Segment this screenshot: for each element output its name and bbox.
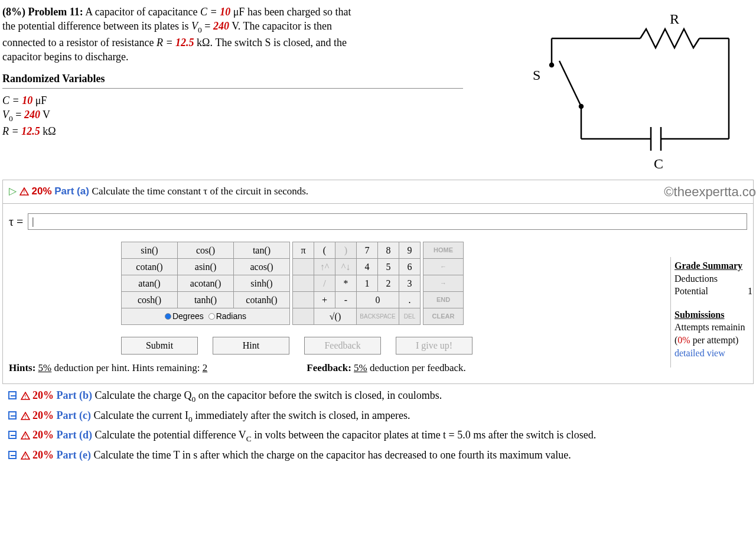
hints-info: Hints: 5% deduction per hint. Hints rema… [3, 362, 753, 383]
warning-icon: ! [21, 389, 30, 401]
key-clear[interactable]: CLEAR [423, 308, 464, 325]
warning-icon: ! [21, 449, 30, 461]
key-atan[interactable]: atan() [122, 275, 178, 292]
control-keypad: HOME ← → END CLEAR [423, 242, 464, 325]
label-C: C [654, 156, 663, 171]
svg-line-10 [559, 61, 581, 106]
answer-panel: ▷ ! 20% Part (a) Calculate the time cons… [2, 180, 754, 384]
part-a-header: ▷ ! 20% Part (a) Calculate the time cons… [3, 180, 753, 204]
key-2[interactable]: 2 [378, 275, 399, 292]
key-star[interactable]: * [335, 275, 357, 292]
key-pi[interactable]: π [293, 242, 314, 259]
label-R: R [670, 11, 679, 27]
key-3[interactable]: 3 [399, 275, 421, 292]
key-asin[interactable]: asin() [178, 259, 234, 275]
hint-button[interactable]: Hint [213, 337, 289, 355]
part-e-row[interactable]: ! 20% Part (e) Calculate the time T in s… [8, 446, 748, 464]
key-cotanh[interactable]: cotanh() [234, 292, 290, 308]
part-c-row[interactable]: ! 20% Part (c) Calculate the current I0 … [8, 407, 748, 427]
other-parts: ! 20% Part (b) Calculate the charge Q0 o… [2, 384, 754, 466]
key-backspace[interactable]: BACKSPACE [357, 308, 399, 325]
problem-statement: (8%) Problem 11: A capacitor of capacita… [2, 5, 463, 64]
collapse-icon[interactable] [8, 391, 17, 399]
key-5[interactable]: 5 [378, 259, 399, 275]
feedback-button[interactable]: Feedback [304, 337, 381, 355]
warning-icon: ! [19, 186, 29, 197]
key-home[interactable]: HOME [423, 242, 464, 259]
key-acos[interactable]: acos() [234, 259, 290, 275]
detailed-view-link[interactable]: detailed view [674, 347, 752, 360]
svg-text:!: ! [23, 189, 25, 196]
key-left[interactable]: ← [423, 259, 464, 275]
key-slash[interactable]: / [314, 275, 335, 292]
key-lparen[interactable]: ( [314, 242, 335, 259]
watermark: ©theexpertta.co [664, 183, 756, 201]
key-4[interactable]: 4 [357, 259, 378, 275]
giveup-button[interactable]: I give up! [396, 337, 472, 355]
svg-text:!: ! [24, 414, 26, 420]
collapse-icon[interactable] [8, 451, 17, 459]
svg-text:!: ! [24, 453, 26, 460]
collapse-icon[interactable] [8, 431, 17, 439]
key-cos[interactable]: cos() [178, 242, 234, 259]
divider [2, 88, 463, 89]
key-cosh[interactable]: cosh() [122, 292, 178, 308]
key-dn[interactable]: ^↓ [335, 259, 357, 275]
key-minus[interactable]: - [335, 292, 357, 308]
key-up[interactable]: ↑^ [314, 259, 335, 275]
key-7[interactable]: 7 [357, 242, 378, 259]
svg-text:!: ! [24, 394, 26, 400]
part-b-row[interactable]: ! 20% Part (b) Calculate the charge Q0 o… [8, 386, 748, 407]
play-icon: ▷ [9, 186, 17, 197]
answer-input[interactable] [28, 213, 747, 230]
key-sqrt[interactable]: √() [314, 308, 357, 325]
key-tan[interactable]: tan() [234, 242, 290, 259]
key-plus[interactable]: + [314, 292, 335, 308]
key-del[interactable]: DEL [399, 308, 421, 325]
key-1[interactable]: 1 [357, 275, 378, 292]
key-sin[interactable]: sin() [122, 242, 178, 259]
submit-button[interactable]: Submit [121, 337, 198, 355]
angle-mode[interactable]: Degrees Radians [122, 308, 290, 325]
key-0[interactable]: 0 [357, 292, 399, 308]
key-cotan[interactable]: cotan() [122, 259, 178, 275]
grade-summary: Grade Summary Deductions Potential1 Subm… [670, 257, 756, 368]
key-spacer2 [293, 275, 314, 292]
key-end[interactable]: END [423, 292, 464, 308]
label-S: S [533, 67, 540, 83]
key-acotan[interactable]: acotan() [178, 275, 234, 292]
key-spacer4 [293, 308, 314, 325]
numeric-keypad: π ( ) 7 8 9 ↑^ ^↓ 4 5 6 / * 1 2 3 [292, 242, 421, 325]
key-spacer3 [293, 292, 314, 308]
key-tanh[interactable]: tanh() [178, 292, 234, 308]
tau-label: τ = [9, 214, 23, 230]
key-8[interactable]: 8 [378, 242, 399, 259]
key-9[interactable]: 9 [399, 242, 421, 259]
function-keypad: sin()cos()tan() cotan()asin()acos() atan… [121, 242, 290, 325]
collapse-icon[interactable] [8, 411, 17, 420]
key-rparen[interactable]: ) [335, 242, 357, 259]
key-6[interactable]: 6 [399, 259, 421, 275]
part-d-row[interactable]: ! 20% Part (d) Calculate the potential d… [8, 426, 748, 446]
key-spacer1 [293, 259, 314, 275]
warning-icon: ! [21, 429, 30, 441]
svg-text:!: ! [24, 433, 26, 440]
key-dot[interactable]: . [399, 292, 421, 308]
warning-icon: ! [21, 409, 30, 421]
circuit-diagram: R S C [504, 6, 752, 181]
key-right[interactable]: → [423, 275, 464, 292]
key-sinh[interactable]: sinh() [234, 275, 290, 292]
